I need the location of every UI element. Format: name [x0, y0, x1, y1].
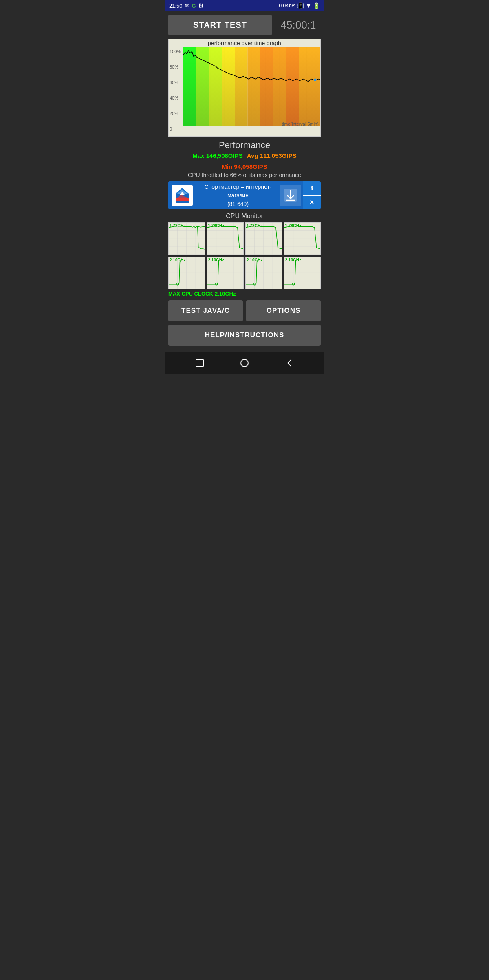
options-button[interactable]: OPTIONS — [246, 300, 321, 321]
cpu-core-3: 1.78GHz — [245, 222, 282, 255]
time-label: time(interval 5min) — [282, 122, 319, 126]
cpu-core-2-freq: 1.78GHz — [208, 223, 224, 228]
perf-min: Min 94,058GIPS — [222, 163, 267, 170]
svg-rect-18 — [209, 47, 222, 126]
svg-rect-17 — [196, 47, 209, 126]
svg-rect-20 — [235, 47, 248, 126]
data-speed: 0.0Kb/s — [279, 3, 295, 9]
ad-close-button[interactable]: ✕ — [303, 196, 321, 210]
cpu-core-8-freq: 2.10GHz — [285, 258, 301, 262]
svg-rect-16 — [183, 47, 196, 126]
performance-svg — [183, 47, 320, 126]
ad-logo — [168, 181, 196, 209]
back-icon — [284, 358, 294, 368]
main-content: START TEST 45:00:1 performance over time… — [165, 11, 324, 352]
ad-title: Спортмастер – интернет-магазин — [198, 183, 278, 200]
cpu-core-4: 1.78GHz — [284, 222, 321, 255]
cpu-core-8: 2.10GHz — [284, 257, 321, 289]
svg-rect-21 — [248, 47, 261, 126]
cpu-core-2: 1.78GHz — [207, 222, 244, 255]
svg-point-26 — [314, 79, 316, 81]
navigation-bar — [165, 352, 324, 374]
ad-download-icon[interactable] — [280, 185, 301, 206]
download-svg — [284, 189, 297, 202]
ad-subtitle: (81 649) — [198, 200, 278, 208]
performance-graph-container: performance over time graph 100% 80% 60%… — [168, 39, 321, 137]
test-java-c-button[interactable]: TEST JAVA/C — [168, 300, 243, 321]
performance-title: Performance — [168, 140, 321, 150]
cpu-core-7: 2.10GHz — [245, 257, 282, 289]
y-label-20: 20% — [170, 111, 183, 116]
svg-rect-32 — [176, 198, 189, 201]
cpu-monitor-section: CPU Monitor 1.78GHz — [168, 212, 321, 297]
svg-rect-25 — [299, 47, 321, 126]
cpu-core-1-freq: 1.78GHz — [170, 223, 185, 228]
cpu-core-1: 1.78GHz — [168, 222, 205, 255]
home-icon — [240, 358, 249, 368]
y-label-80: 80% — [170, 64, 183, 69]
google-icon: G — [192, 3, 196, 9]
recent-apps-icon — [195, 358, 205, 368]
timer-display: 45:00:1 — [276, 19, 321, 31]
perf-max: Max 146,508GIPS — [192, 152, 242, 159]
cpu-core-5-freq: 2.10GHz — [170, 258, 185, 262]
status-left: 21:50 ✉ G 🖼 — [169, 3, 203, 9]
status-bar: 21:50 ✉ G 🖼 0.0Kb/s 📳 ▼ 🔋 — [165, 0, 324, 11]
ad-text: Спортмастер – интернет-магазин (81 649) — [196, 183, 280, 208]
ad-banner[interactable]: Спортмастер – интернет-магазин (81 649) … — [168, 181, 321, 209]
ad-logo-inner — [172, 185, 193, 206]
y-label-40: 40% — [170, 95, 183, 100]
battery-icon: 🔋 — [313, 2, 320, 9]
throttle-text: CPU throttled to 66% of its max performa… — [168, 172, 321, 178]
graph-area: 100% 80% 60% 40% 20% 0 — [169, 47, 320, 133]
y-label-60: 60% — [170, 80, 183, 85]
ad-actions: ℹ ✕ — [303, 181, 321, 209]
graph-canvas: time(interval 5min) — [183, 47, 320, 126]
svg-rect-24 — [286, 47, 299, 126]
help-instructions-button[interactable]: HELP/INSTRUCTIONS — [168, 325, 321, 346]
cpu-core-7-freq: 2.10GHz — [247, 258, 262, 262]
perf-stats: Max 146,508GIPS Avg 111,053GIPS Min 94,0… — [168, 152, 321, 170]
gmail-icon: ✉ — [185, 3, 189, 9]
nav-back[interactable] — [281, 355, 297, 371]
cpu-core-6: 2.10GHz — [207, 257, 244, 289]
max-cpu-label: MAX CPU CLOCK:2.10GHz — [168, 291, 321, 297]
wifi-icon: ▼ — [306, 2, 311, 9]
cpu-core-5: 2.10GHz — [168, 257, 205, 289]
cpu-grid-row1: 1.78GHz 1.78GHz — [168, 222, 321, 255]
bottom-buttons: TEST JAVA/C OPTIONS — [168, 300, 321, 321]
svg-rect-97 — [196, 359, 203, 367]
top-row: START TEST 45:00:1 — [168, 15, 321, 35]
y-label-100: 100% — [170, 49, 183, 54]
graph-title: performance over time graph — [169, 39, 320, 47]
svg-rect-22 — [260, 47, 273, 126]
time-display: 21:50 — [169, 3, 183, 9]
sportmaster-logo-svg — [173, 186, 191, 204]
perf-avg: Avg 111,053GIPS — [247, 152, 297, 159]
nav-home[interactable] — [236, 355, 253, 371]
vibrate-icon: 📳 — [297, 2, 304, 9]
cpu-core-6-freq: 2.10GHz — [208, 258, 224, 262]
cpu-monitor-title: CPU Monitor — [168, 212, 321, 220]
start-test-button[interactable]: START TEST — [168, 15, 272, 35]
status-right: 0.0Kb/s 📳 ▼ 🔋 — [279, 2, 320, 9]
svg-point-98 — [241, 359, 248, 367]
ad-info-button[interactable]: ℹ — [303, 181, 321, 196]
svg-rect-23 — [273, 47, 286, 126]
y-label-0: 0 — [170, 126, 183, 131]
svg-rect-19 — [222, 47, 235, 126]
cpu-core-4-freq: 1.78GHz — [285, 223, 301, 228]
image-icon: 🖼 — [198, 3, 203, 9]
cpu-grid-row2: 2.10GHz 2.10GHz — [168, 257, 321, 289]
performance-section: Performance Max 146,508GIPS Avg 111,053G… — [168, 140, 321, 178]
nav-recent-apps[interactable] — [192, 355, 208, 371]
cpu-core-3-freq: 1.78GHz — [247, 223, 262, 228]
graph-y-labels: 100% 80% 60% 40% 20% 0 — [169, 47, 183, 133]
